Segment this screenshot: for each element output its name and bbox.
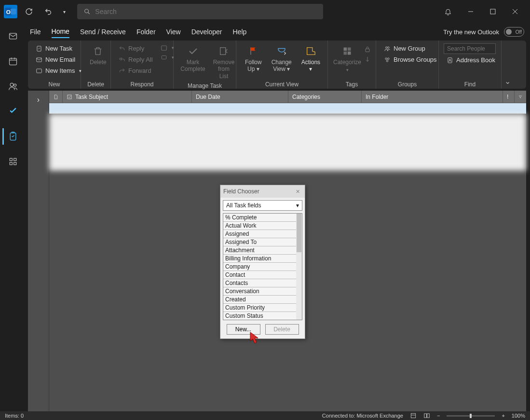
new-task-row[interactable] xyxy=(49,103,526,114)
ribbon-group-currentview-label: Current View xyxy=(241,80,323,88)
ribbon-group-new-label: New xyxy=(33,80,76,88)
menu-help[interactable]: Help xyxy=(232,26,246,38)
new-email-button[interactable]: New Email xyxy=(33,54,84,65)
ribbon-group-groups-label: Groups xyxy=(381,80,434,88)
col-importance[interactable]: ! xyxy=(503,91,515,103)
svg-rect-18 xyxy=(37,57,42,61)
col-task-subject[interactable]: Task Subject xyxy=(63,91,192,103)
new-items-button[interactable]: New Items xyxy=(33,66,84,76)
respond-more-1[interactable] xyxy=(160,43,175,52)
field-item[interactable]: Created xyxy=(223,296,296,304)
field-item[interactable]: Company xyxy=(223,263,296,271)
browse-groups-button[interactable]: Browse Groups xyxy=(381,54,440,65)
rail-people-icon[interactable] xyxy=(2,78,22,95)
field-item[interactable]: Actual Work xyxy=(223,222,296,230)
field-chooser-dialog: Field Chooser ✕ All Task fields▾ % Compl… xyxy=(220,185,305,339)
svg-point-30 xyxy=(385,57,387,59)
search-box[interactable] xyxy=(77,4,323,19)
search-people-input[interactable] xyxy=(444,43,496,54)
qat-dropdown-icon[interactable]: ▾ xyxy=(60,4,68,19)
field-item[interactable]: Contacts xyxy=(223,279,296,287)
reply-icon xyxy=(119,45,125,52)
svg-rect-20 xyxy=(161,46,166,50)
remove-from-list-button[interactable]: Remove from List xyxy=(209,43,238,81)
col-in-folder[interactable]: In Folder xyxy=(362,91,503,103)
delete-field-button[interactable]: Delete xyxy=(265,324,299,335)
reply-all-button[interactable]: Reply All xyxy=(116,54,156,65)
menu-view[interactable]: View xyxy=(166,26,181,38)
col-due-date[interactable]: Due Date xyxy=(192,91,288,103)
col-filter-icon[interactable] xyxy=(515,91,526,103)
field-item[interactable]: Conversation xyxy=(223,287,296,296)
field-item[interactable]: Attachment xyxy=(223,246,296,255)
undo-icon[interactable] xyxy=(41,4,56,19)
svg-point-32 xyxy=(386,60,388,62)
search-icon xyxy=(84,8,90,15)
ribbon-group-find-label: Find xyxy=(444,80,496,88)
rail-mail-icon[interactable] xyxy=(2,28,22,44)
zoom-slider[interactable] xyxy=(447,415,495,417)
change-view-button[interactable]: Change View ▾ xyxy=(268,43,296,75)
ribbon: New Task New Email New Items New Delete … xyxy=(28,41,526,89)
address-book-button[interactable]: Address Book xyxy=(444,55,498,65)
notifications-icon[interactable] xyxy=(440,4,456,19)
new-task-button[interactable]: New Task xyxy=(33,43,84,54)
sync-icon[interactable] xyxy=(21,4,37,19)
field-item[interactable]: % Complete xyxy=(223,214,296,222)
maximize-button[interactable] xyxy=(482,4,504,19)
field-item[interactable]: Contact xyxy=(223,271,296,279)
minimize-button[interactable] xyxy=(460,4,482,19)
new-group-button[interactable]: New Group xyxy=(381,43,440,54)
svg-rect-24 xyxy=(348,48,351,51)
zoom-out-button[interactable]: − xyxy=(437,413,440,419)
menu-file[interactable]: File xyxy=(30,26,41,38)
rail-calendar-icon[interactable] xyxy=(2,53,22,69)
menu-developer[interactable]: Developer xyxy=(191,26,222,38)
ribbon-collapse-button[interactable]: ⌄ xyxy=(502,41,513,89)
actions-button[interactable]: Actions▾ xyxy=(298,43,324,75)
field-item[interactable]: Assigned xyxy=(223,230,296,238)
view-normal-icon[interactable] xyxy=(410,412,417,419)
actions-icon xyxy=(305,46,316,56)
dialog-titlebar[interactable]: Field Chooser ✕ xyxy=(220,185,305,198)
close-button[interactable] xyxy=(504,4,526,19)
view-reading-icon[interactable] xyxy=(423,412,430,419)
dialog-close-button[interactable]: ✕ xyxy=(293,187,302,196)
menu-home[interactable]: Home xyxy=(52,26,69,38)
reply-button[interactable]: Reply xyxy=(116,43,156,54)
field-item[interactable]: Billing Information xyxy=(223,255,296,263)
field-category-select[interactable]: All Task fields▾ xyxy=(223,200,302,211)
field-list-scrollbar[interactable] xyxy=(296,214,302,320)
menubar: File Home Send / Receive Folder View Dev… xyxy=(0,23,530,41)
rail-todo-icon[interactable] xyxy=(2,103,22,120)
field-item[interactable]: Assigned To xyxy=(223,238,296,246)
rail-tasks-icon[interactable] xyxy=(2,128,22,145)
forward-button[interactable]: Forward xyxy=(116,66,156,76)
menu-folder[interactable]: Folder xyxy=(136,26,156,38)
meeting-icon xyxy=(161,44,167,51)
search-input[interactable] xyxy=(95,8,316,15)
svg-rect-37 xyxy=(424,414,427,418)
try-new-outlook-toggle[interactable]: Off xyxy=(504,27,524,37)
priority-icon[interactable] xyxy=(364,56,371,64)
field-item[interactable]: Custom Status xyxy=(223,312,296,320)
respond-more-2[interactable] xyxy=(160,53,175,62)
browse-groups-icon xyxy=(384,56,391,63)
chevron-down-icon: ▾ xyxy=(296,202,299,209)
rail-more-apps-icon[interactable] xyxy=(2,153,22,170)
col-categories[interactable]: Categories xyxy=(288,91,362,103)
follow-up-button[interactable]: Follow Up ▾ xyxy=(241,43,266,75)
status-connection: Connected to: Microsoft Exchange xyxy=(322,413,403,419)
field-item[interactable]: Custom Priority xyxy=(223,304,296,312)
nav-pane-expand-button[interactable]: › xyxy=(28,91,49,411)
new-field-button[interactable]: New... xyxy=(227,324,260,335)
mark-complete-button[interactable]: Mark Complete xyxy=(178,43,207,75)
col-icon[interactable] xyxy=(49,91,63,103)
categorize-button[interactable]: Categorize▾ xyxy=(333,43,362,75)
zoom-in-button[interactable]: + xyxy=(502,413,504,419)
lock-icon[interactable] xyxy=(364,45,371,53)
delete-button[interactable]: Delete xyxy=(86,43,110,68)
svg-rect-16 xyxy=(14,163,16,165)
svg-rect-36 xyxy=(411,413,415,418)
menu-send-receive[interactable]: Send / Receive xyxy=(80,26,126,38)
